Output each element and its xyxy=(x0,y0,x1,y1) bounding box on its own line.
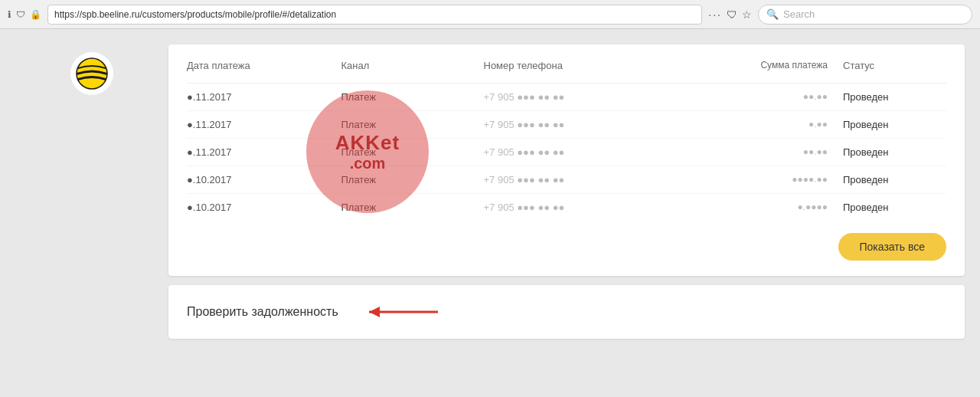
bookmark-icon[interactable]: ☆ xyxy=(742,8,752,21)
col-amount: Сумма платежа xyxy=(721,60,828,83)
debt-card[interactable]: Проверить задолженность xyxy=(168,285,965,339)
address-bar[interactable]: https://spb.beeline.ru/customers/product… xyxy=(47,5,702,25)
cell-date: ●.11.2017 xyxy=(187,138,341,166)
svg-marker-4 xyxy=(369,307,380,317)
cell-date: ●.11.2017 xyxy=(187,83,341,110)
col-phone: Номер телефона xyxy=(484,60,721,83)
cell-date: ●.11.2017 xyxy=(187,110,341,138)
lock-icon: 🔒 xyxy=(30,9,41,20)
main-area: Дата платежа Канал Номер телефона Сумма … xyxy=(168,44,980,382)
table-row: ●.11.2017 Платеж +7 905 ●●● ●● ●● ●.●● П… xyxy=(187,110,946,138)
cell-channel: Платеж xyxy=(341,110,484,138)
col-date: Дата платежа xyxy=(187,60,341,83)
cell-status: Проведен xyxy=(828,110,946,138)
payments-table: Дата платежа Канал Номер телефона Сумма … xyxy=(187,60,946,221)
cell-phone: +7 905 ●●● ●● ●● xyxy=(484,193,721,221)
page-content: Дата платежа Канал Номер телефона Сумма … xyxy=(0,29,980,397)
cell-amount: ●.●●●● xyxy=(721,193,828,221)
cell-status: Проведен xyxy=(828,166,946,193)
cell-phone: +7 905 ●●● ●● ●● xyxy=(484,110,721,138)
cell-status: Проведен xyxy=(828,83,946,110)
cell-channel: Платеж xyxy=(341,83,484,110)
more-button[interactable]: ··· xyxy=(708,8,722,21)
cell-status: Проведен xyxy=(828,193,946,221)
cell-date: ●.10.2017 xyxy=(187,193,341,221)
payments-card: Дата платежа Канал Номер телефона Сумма … xyxy=(168,44,965,276)
beeline-logo xyxy=(70,52,113,95)
search-icon: 🔍 xyxy=(766,8,779,20)
shield-icon: 🛡 xyxy=(16,9,25,20)
col-channel: Канал xyxy=(341,60,484,83)
browser-actions: ··· 🛡 ☆ xyxy=(708,8,752,21)
col-status: Статус xyxy=(828,60,946,83)
pocket-icon[interactable]: 🛡 xyxy=(727,8,737,21)
table-row: ●.11.2017 Платеж +7 905 ●●● ●● ●● ●●.●● … xyxy=(187,138,946,166)
security-icons: ℹ 🛡 🔒 xyxy=(8,9,41,20)
show-all-button[interactable]: Показать все xyxy=(838,233,946,261)
search-placeholder: Search xyxy=(783,8,815,20)
arrow-indicator xyxy=(354,300,446,323)
info-icon: ℹ xyxy=(8,9,11,20)
show-all-row: Показать все xyxy=(187,233,946,261)
browser-chrome: ℹ 🛡 🔒 https://spb.beeline.ru/customers/p… xyxy=(0,0,980,29)
cell-channel: Платеж xyxy=(341,193,484,221)
cell-channel: Платеж xyxy=(341,166,484,193)
cell-phone: +7 905 ●●● ●● ●● xyxy=(484,166,721,193)
cell-amount: ●●●●.●● xyxy=(721,166,828,193)
debt-label: Проверить задолженность xyxy=(187,305,338,319)
cell-amount: ●.●● xyxy=(721,110,828,138)
cell-phone: +7 905 ●●● ●● ●● xyxy=(484,83,721,110)
sidebar xyxy=(15,44,168,382)
table-row: ●.11.2017 Платеж +7 905 ●●● ●● ●● ●●.●● … xyxy=(187,83,946,110)
table-row: ●.10.2017 Платеж +7 905 ●●● ●● ●● ●●●●.●… xyxy=(187,166,946,193)
cell-date: ●.10.2017 xyxy=(187,166,341,193)
cell-amount: ●●.●● xyxy=(721,138,828,166)
cell-phone: +7 905 ●●● ●● ●● xyxy=(484,138,721,166)
table-row: ●.10.2017 Платеж +7 905 ●●● ●● ●● ●.●●●●… xyxy=(187,193,946,221)
cell-amount: ●●.●● xyxy=(721,83,828,110)
cell-status: Проведен xyxy=(828,138,946,166)
url-text: https://spb.beeline.ru/customers/product… xyxy=(54,9,336,20)
search-bar[interactable]: 🔍 Search xyxy=(758,5,972,25)
cell-channel: Платеж xyxy=(341,138,484,166)
